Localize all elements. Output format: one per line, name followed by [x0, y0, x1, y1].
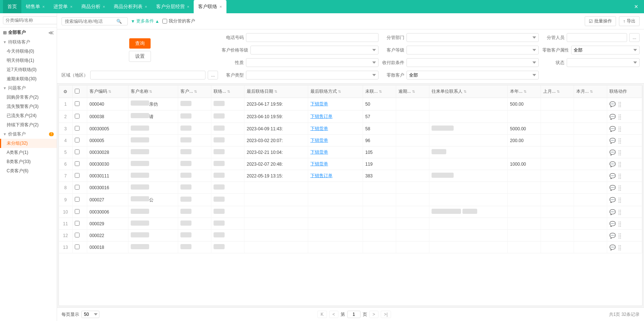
next-page-btn[interactable]: >	[369, 311, 379, 318]
close-purchase-tab[interactable]: ×	[70, 4, 72, 9]
row-checkbox[interactable]	[75, 161, 80, 166]
th-code[interactable]: 客户编码	[87, 85, 128, 98]
retail-attr-select[interactable]: 全部	[571, 46, 640, 54]
contact-method-link[interactable]: 下销货单	[310, 101, 328, 106]
row-checkbox[interactable]	[75, 244, 80, 249]
row-checkbox[interactable]	[75, 126, 80, 131]
row-checkbox[interactable]	[75, 173, 80, 178]
th-overdue[interactable]: 逾期...	[396, 85, 429, 98]
th-last-month[interactable]: 上月...	[541, 85, 574, 98]
tab-product-analysis[interactable]: 商品分析 ×	[77, 0, 109, 13]
row-checkbox[interactable]	[75, 138, 80, 142]
region-input[interactable]	[90, 71, 205, 80]
sidebar-item-typeC[interactable]: C类客户(6)	[0, 166, 57, 176]
my-customers-checkbox[interactable]	[162, 19, 167, 24]
prev-page-btn[interactable]: <	[329, 311, 338, 318]
row-checkbox[interactable]	[75, 233, 80, 237]
th-settings[interactable]: ⚙	[59, 85, 72, 98]
th-last-contact-method[interactable]: 最后联络方式	[308, 85, 363, 98]
sidebar-item-ungroup[interactable]: 未分组(32)	[0, 139, 57, 148]
more-action-icon[interactable]: ⣿	[618, 209, 622, 215]
contact-icon[interactable]: 💬	[609, 185, 616, 191]
contact-method-link[interactable]: 下销货单	[310, 138, 328, 143]
more-action-icon[interactable]: ⣿	[618, 221, 622, 227]
customer-level-select[interactable]	[407, 46, 539, 54]
sidebar-group-problem[interactable]: ▼ 问题客户	[0, 84, 57, 93]
dept-select[interactable]	[407, 33, 539, 42]
contact-method-link[interactable]: 下销售订单	[310, 173, 332, 178]
tab-sales[interactable]: 销售单 ×	[21, 0, 49, 13]
th-this-year[interactable]: 本年...	[508, 85, 541, 98]
row-checkbox[interactable]	[75, 221, 80, 226]
th-not-contacted[interactable]: 未联...	[363, 85, 396, 98]
export-button[interactable]: ↑ 导出	[619, 16, 640, 26]
row-checkbox[interactable]	[75, 101, 80, 106]
close-all-tabs[interactable]: ×	[631, 3, 641, 11]
close-customer-tier-tab[interactable]: ×	[187, 4, 189, 9]
region-more-btn[interactable]: ...	[208, 71, 218, 80]
contact-method-link[interactable]: 下销售订单	[310, 114, 332, 119]
close-sales-tab[interactable]: ×	[42, 4, 45, 9]
contact-icon[interactable]: 💬	[609, 101, 616, 107]
close-customer-contact-tab[interactable]: ×	[219, 4, 222, 9]
batch-op-button[interactable]: ☑ 批量操作	[585, 16, 616, 26]
tab-home[interactable]: 首页	[3, 0, 21, 13]
th-name[interactable]: 客户名称	[128, 85, 178, 98]
more-action-icon[interactable]: ⣿	[618, 173, 622, 179]
contact-icon[interactable]: 💬	[609, 138, 616, 144]
sidebar-item-abnormal[interactable]: 回购异常客户(2)	[0, 93, 57, 102]
more-action-icon[interactable]: ⣿	[618, 161, 622, 167]
close-product-list-tab[interactable]: ×	[145, 4, 147, 9]
contact-icon[interactable]: 💬	[609, 161, 616, 167]
sidebar-item-typeA[interactable]: A类客户(1)	[0, 148, 57, 157]
more-conditions-btn[interactable]: ▼ 更多条件 ▲	[131, 18, 159, 24]
sidebar-item-declining[interactable]: 持续下滑客户(2)	[0, 120, 57, 130]
contact-icon[interactable]: 💬	[609, 173, 616, 179]
sidebar-group-pending[interactable]: ▼ 待联络客户	[0, 38, 57, 47]
more-action-icon[interactable]: ⣿	[618, 126, 622, 132]
status-select[interactable]	[567, 58, 640, 67]
contact-icon[interactable]: 💬	[609, 114, 616, 120]
per-page-select[interactable]: 20 50 100	[81, 311, 99, 318]
th-last-contact-date[interactable]: 最后联络日期	[244, 85, 308, 98]
sidebar-item-overdue[interactable]: 逾期未联络(30)	[0, 74, 57, 84]
th-this-month[interactable]: 本月...	[574, 85, 607, 98]
contact-icon[interactable]: 💬	[609, 126, 616, 132]
tab-product-list[interactable]: 商品分析列表 ×	[109, 0, 151, 13]
th-type[interactable]: 客户...	[178, 85, 211, 98]
more-action-icon[interactable]: ⣿	[618, 233, 622, 239]
close-product-analysis-tab[interactable]: ×	[103, 4, 105, 9]
contact-method-link[interactable]: 下销货单	[310, 149, 328, 155]
th-unit-contact[interactable]: 往来单位联系人	[429, 85, 507, 98]
sidebar-search-input[interactable]	[3, 16, 57, 24]
more-action-icon[interactable]: ⣿	[618, 149, 622, 155]
last-page-btn[interactable]: >|	[381, 311, 391, 318]
sidebar-item-today[interactable]: 今天待联络(0)	[0, 47, 57, 56]
more-action-icon[interactable]: ⣿	[618, 101, 622, 107]
more-action-icon[interactable]: ⣿	[618, 138, 622, 144]
tab-customer-contact[interactable]: 客户联络 ×	[194, 0, 226, 13]
sidebar-all-customers[interactable]: ⊞ 全部客户 ≪	[0, 28, 57, 38]
contact-icon[interactable]: 💬	[609, 209, 616, 215]
th-checkbox[interactable]	[72, 85, 87, 98]
tab-customer-tier[interactable]: 客户分层经营 ×	[152, 0, 194, 13]
tab-purchase[interactable]: 进货单 ×	[49, 0, 77, 13]
row-checkbox[interactable]	[75, 209, 80, 214]
row-checkbox[interactable]	[75, 197, 80, 202]
person-more-btn[interactable]: ...	[629, 33, 640, 42]
more-action-icon[interactable]: ⣿	[618, 197, 622, 203]
contact-method-link[interactable]: 下销货单	[310, 126, 328, 131]
row-checkbox[interactable]	[75, 114, 80, 119]
contact-method-link[interactable]: 下销货单	[310, 161, 328, 166]
person-input[interactable]	[567, 33, 627, 42]
sidebar-item-tomorrow[interactable]: 明天待联络(1)	[0, 56, 57, 65]
price-level-select[interactable]	[250, 46, 378, 54]
filter-search-icon[interactable]: 🔍	[116, 19, 122, 24]
query-button[interactable]: 查询	[129, 38, 151, 49]
sidebar-item-churned[interactable]: 已流失客户(24)	[0, 111, 57, 120]
contact-icon[interactable]: 💬	[609, 197, 616, 203]
first-page-btn[interactable]: K	[317, 311, 327, 318]
phone-input[interactable]	[246, 33, 378, 42]
contact-icon[interactable]: 💬	[609, 233, 616, 239]
retail-customer-select[interactable]: 全部	[407, 71, 539, 80]
